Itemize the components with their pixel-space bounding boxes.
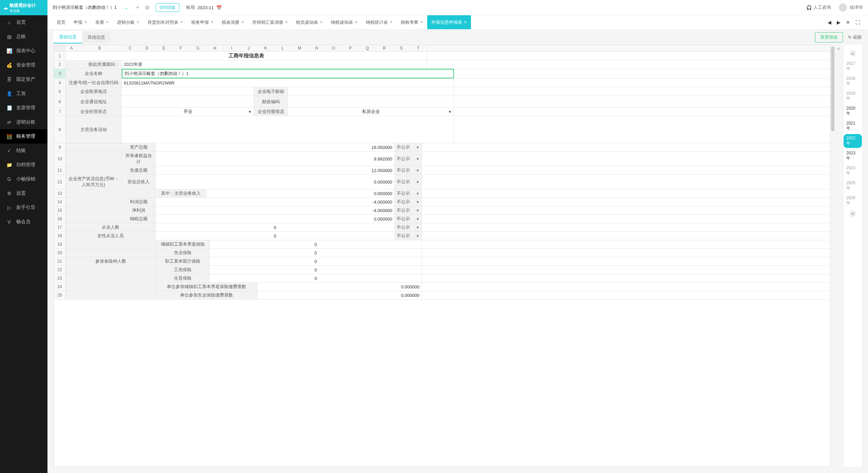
year-option[interactable]: 2020年 (844, 104, 862, 118)
nav-close[interactable]: ✓结账 (0, 144, 47, 158)
row-header[interactable]: 23 (54, 274, 66, 282)
tab-item[interactable]: 进销台账✕ (113, 15, 143, 29)
vertical-scrollbar[interactable] (830, 45, 835, 467)
tab-close-icon[interactable]: ✕ (390, 20, 393, 24)
tab-close-icon[interactable]: ✕ (211, 20, 214, 24)
subtab-basic[interactable]: 基础信息 (54, 31, 82, 43)
col-header[interactable]: P (342, 45, 359, 51)
holding-dropdown[interactable]: 私营企业▼ (288, 108, 454, 116)
row-header[interactable]: 7 (54, 108, 66, 116)
row-header[interactable]: 5 (54, 87, 66, 96)
visibility-dropdown[interactable]: 不公示▼ (395, 143, 422, 151)
year-down-icon[interactable]: ▼ (849, 210, 856, 217)
tab-close-icon[interactable]: ✕ (464, 20, 467, 24)
cell[interactable]: 工伤保险 (156, 266, 210, 274)
tab-close-all-icon[interactable]: ✕ (843, 20, 853, 25)
row-header[interactable]: 6 (54, 96, 66, 107)
status-dropdown[interactable]: 开业▼ (122, 108, 254, 116)
user-menu[interactable]: 徐泽华 (836, 3, 863, 12)
row-header[interactable]: 3 (54, 69, 66, 78)
reset-button[interactable]: 重置报表 (815, 32, 843, 42)
nav-archive[interactable]: 📁归档管理 (0, 158, 47, 172)
spreadsheet[interactable]: ABCDEFGHIJKLMNOPQRST 1工商年报信息表2税款所属期间：202… (54, 45, 830, 467)
cell[interactable]: 税款所属期间： (66, 60, 122, 69)
visibility-dropdown[interactable]: 不公示▼ (395, 206, 422, 214)
visibility-dropdown[interactable]: 不公示▼ (395, 232, 422, 240)
year-option[interactable]: 2018年 (844, 74, 862, 88)
row-header[interactable]: 17 (54, 223, 66, 231)
tab-item[interactable]: 税务申报✕ (187, 15, 218, 29)
tab-item[interactable]: 存货别名对照表✕ (143, 15, 187, 29)
nav-salary[interactable]: 👤工资 (0, 87, 47, 101)
row-header[interactable]: 13 (54, 189, 66, 197)
tab-item[interactable]: 税表清册✕ (218, 15, 248, 29)
cell[interactable]: 0 (156, 232, 395, 240)
row-header[interactable]: 14 (54, 198, 66, 206)
cell[interactable]: 0 (210, 266, 422, 274)
col-header[interactable]: S (393, 45, 410, 51)
row-header[interactable]: 16 (54, 215, 66, 223)
consult-link[interactable]: 人工咨询 (813, 4, 831, 11)
nav-ledger[interactable]: ▤总账 (0, 30, 47, 44)
row-header[interactable]: 10 (54, 152, 66, 166)
tab-close-icon[interactable]: ✕ (106, 20, 109, 24)
nav-asset[interactable]: 🗄固定资产 (0, 72, 47, 87)
col-header[interactable]: F (173, 45, 190, 51)
year-option[interactable]: 2023年 (844, 149, 862, 163)
nav-report[interactable]: 📊报表中心 (0, 44, 47, 58)
col-header[interactable]: H (206, 45, 223, 51)
cell[interactable]: 企业联系电话 (66, 87, 122, 96)
row-header[interactable]: 15 (54, 206, 66, 214)
cell[interactable]: 单位参加失业保险缴费基数 (156, 291, 257, 299)
year-option[interactable]: 2026年 (844, 194, 862, 208)
cell[interactable]: -4.000000 (156, 198, 395, 206)
cell[interactable]: 资产总额 (122, 143, 156, 151)
old-version-button[interactable]: 切到旧版 (156, 3, 179, 12)
cell[interactable] (288, 96, 454, 107)
col-header[interactable]: E (156, 45, 173, 51)
cell[interactable]: 企业通信地址 (66, 96, 122, 107)
tab-close-icon[interactable]: ✕ (285, 20, 288, 24)
cell[interactable]: 0.000000 (156, 215, 395, 223)
tab-prev-icon[interactable]: ◀ (825, 20, 834, 25)
company-name-cell[interactable]: 刘小艳演示账套（勿删勿动！）1 (122, 69, 454, 78)
cell[interactable]: 其中：主营业务收入 (156, 189, 206, 197)
col-header[interactable]: Q (359, 45, 376, 51)
gear-icon[interactable]: ⚙ (145, 4, 150, 11)
visibility-dropdown[interactable]: 不公示▼ (395, 223, 422, 231)
visibility-dropdown[interactable]: 不公示▼ (395, 166, 422, 174)
col-header[interactable]: I (223, 45, 240, 51)
visibility-dropdown[interactable]: 不公示▼ (395, 175, 422, 189)
period-value[interactable]: 2023-11 (198, 5, 214, 10)
tab-item[interactable]: 申报✕ (70, 15, 91, 29)
visibility-dropdown[interactable]: 不公示▼ (395, 152, 422, 166)
cell[interactable]: 失业保险 (156, 249, 210, 257)
year-option[interactable]: 2019年 (844, 89, 862, 103)
tab-item[interactable]: 税负波动表✕ (292, 15, 327, 29)
cell[interactable]: 2022年度 (122, 60, 427, 69)
cell[interactable]: 营业总收入 (122, 175, 156, 189)
col-header[interactable]: B (78, 45, 122, 51)
col-header[interactable]: C (122, 45, 139, 51)
nav-tax[interactable]: 🧮税务管理 (0, 129, 47, 144)
nav-guide[interactable]: ▷新手引导 (0, 201, 47, 215)
year-up-icon[interactable]: ▲ (849, 50, 856, 57)
tab-close-icon[interactable]: ✕ (320, 20, 323, 24)
tab-item[interactable]: 纳税统计表✕ (362, 15, 397, 29)
col-header[interactable]: N (308, 45, 325, 51)
col-header[interactable]: R (376, 45, 393, 51)
cell[interactable]: 企业电子邮箱 (254, 87, 288, 96)
cell[interactable]: 主营业务活动 (66, 116, 122, 143)
cell[interactable]: 企业名称 (66, 69, 122, 78)
cell[interactable]: 0 (210, 240, 422, 248)
row-header[interactable]: 21 (54, 257, 66, 265)
col-header[interactable]: D (139, 45, 156, 51)
tab-item[interactable]: 所得税汇算清缴✕ (248, 15, 292, 29)
visibility-dropdown[interactable]: 不公示▼ (395, 198, 422, 206)
nav-fund[interactable]: 💰资金管理 (0, 58, 47, 72)
row-header[interactable]: 4 (54, 79, 66, 87)
row-header[interactable]: 9 (54, 143, 66, 151)
panel-collapse-icon[interactable]: ◀ (835, 45, 841, 467)
row-header[interactable]: 12 (54, 175, 66, 189)
cell[interactable]: 单位参加城镇职工基本养老保险缴费基数 (156, 283, 257, 291)
